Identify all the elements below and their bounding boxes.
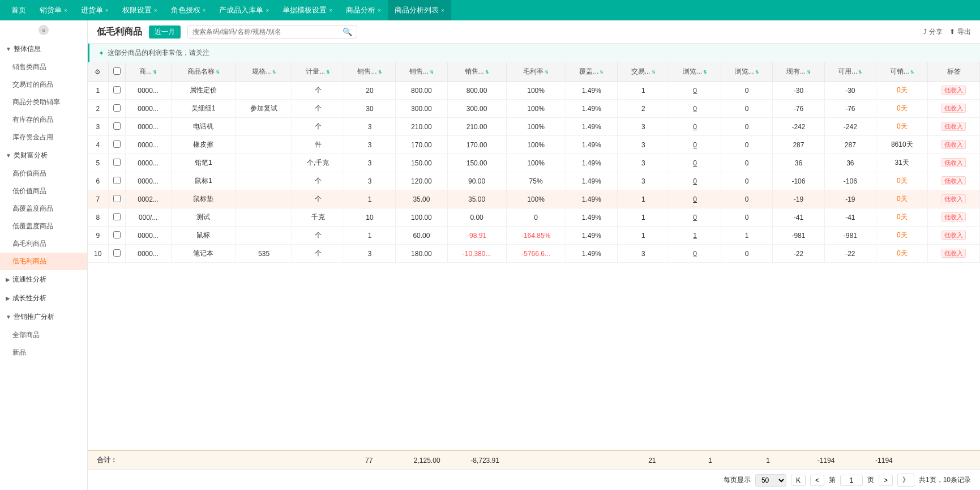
sort-icon-b2[interactable]: ⇅ bbox=[755, 70, 759, 75]
row-checkbox[interactable] bbox=[113, 104, 121, 112]
row-browse1[interactable]: 0 bbox=[669, 190, 721, 208]
col-checkbox[interactable] bbox=[108, 62, 125, 82]
row-sellable: 0天 bbox=[876, 118, 928, 136]
row-checkbox[interactable] bbox=[113, 195, 121, 202]
row-checkbox-cell[interactable] bbox=[108, 154, 125, 172]
table-footer: 合计： 77 2,125.00 -8,723.91 21 1 1 -1194 -… bbox=[88, 450, 980, 470]
first-page-btn[interactable]: K bbox=[791, 475, 806, 486]
row-checkbox[interactable] bbox=[113, 140, 121, 148]
row-browse1[interactable]: 0 bbox=[669, 208, 721, 227]
nav-product-analysis[interactable]: 商品分析 × bbox=[339, 0, 388, 20]
sidebar-item-high-value[interactable]: 高价值商品 bbox=[0, 165, 87, 182]
share-button[interactable]: ⤴ 分享 bbox=[923, 27, 943, 37]
row-checkbox-cell[interactable] bbox=[108, 100, 125, 118]
page-size-select[interactable]: 50 20 100 bbox=[755, 474, 786, 487]
row-checkbox-cell[interactable] bbox=[108, 190, 125, 208]
sort-icon-unit[interactable]: ⇅ bbox=[326, 70, 330, 75]
sort-icon-name[interactable]: ⇅ bbox=[216, 70, 220, 75]
row-checkbox-cell[interactable] bbox=[108, 208, 125, 227]
row-checkbox-cell[interactable] bbox=[108, 118, 125, 136]
sort-icon-s2[interactable]: ⇅ bbox=[430, 70, 434, 75]
close-role-tab[interactable]: × bbox=[203, 7, 206, 14]
period-button[interactable]: 近一月 bbox=[149, 25, 181, 39]
close-product-analysis-list-tab[interactable]: × bbox=[441, 7, 444, 14]
sort-icon-sell[interactable]: ⇅ bbox=[910, 70, 914, 75]
row-checkbox[interactable] bbox=[113, 213, 121, 220]
last-page-btn[interactable]: 》 bbox=[897, 474, 914, 487]
sidebar-group-flow[interactable]: ▶ 流通性分析 bbox=[0, 270, 87, 289]
close-permission-tab[interactable]: × bbox=[154, 7, 157, 14]
sidebar-item-traded-products[interactable]: 交易过的商品 bbox=[0, 76, 87, 93]
sidebar-group-overall[interactable]: ▼ 整体信息 bbox=[0, 40, 87, 58]
nav-template[interactable]: 单据模板设置 × bbox=[276, 0, 339, 20]
prev-page-btn[interactable]: < bbox=[810, 475, 824, 486]
row-checkbox[interactable] bbox=[113, 177, 121, 184]
sidebar-group-marketing[interactable]: ▼ 营销推广分析 bbox=[0, 308, 87, 326]
search-icon[interactable]: 🔍 bbox=[343, 27, 352, 36]
sort-icon-s1[interactable]: ⇅ bbox=[378, 70, 382, 75]
sort-icon-cov[interactable]: ⇅ bbox=[600, 70, 604, 75]
sidebar-item-category-assist[interactable]: 商品分类助销率 bbox=[0, 93, 87, 111]
sidebar-item-high-coverage[interactable]: 高覆盖度商品 bbox=[0, 200, 87, 218]
sidebar-item-capital-usage[interactable]: 库存资金占用 bbox=[0, 129, 87, 146]
row-browse1[interactable]: 0 bbox=[669, 136, 721, 154]
header-actions: ⤴ 分享 ⬆ 导出 bbox=[923, 27, 971, 37]
sort-icon-s3[interactable]: ⇅ bbox=[485, 70, 489, 75]
nav-product-analysis-list[interactable]: 商品分析列表 × bbox=[388, 0, 451, 20]
nav-purchase[interactable]: 进货单 × bbox=[74, 0, 115, 20]
row-checkbox-cell[interactable] bbox=[108, 245, 125, 263]
row-browse1[interactable]: 1 bbox=[669, 227, 721, 245]
sidebar-item-low-value[interactable]: 低价值商品 bbox=[0, 182, 87, 200]
sidebar-item-sales-products[interactable]: 销售类商品 bbox=[0, 58, 87, 76]
page-input[interactable] bbox=[840, 475, 863, 486]
close-purchase-tab[interactable]: × bbox=[105, 7, 109, 14]
sidebar-group-wealth[interactable]: ▼ 类财富分析 bbox=[0, 146, 87, 165]
search-input[interactable] bbox=[192, 28, 343, 36]
row-checkbox[interactable] bbox=[113, 249, 121, 257]
sort-icon-tx[interactable]: ⇅ bbox=[652, 70, 656, 75]
sort-icon-cur[interactable]: ⇅ bbox=[807, 70, 811, 75]
row-checkbox-cell[interactable] bbox=[108, 172, 125, 190]
col-settings[interactable]: ⚙ bbox=[88, 62, 108, 82]
select-all-checkbox[interactable] bbox=[113, 67, 121, 75]
collapse-sidebar-btn[interactable]: « bbox=[38, 25, 49, 35]
row-browse1[interactable]: 0 bbox=[669, 154, 721, 172]
row-checkbox[interactable] bbox=[113, 231, 121, 238]
sort-icon-spec[interactable]: ⇅ bbox=[272, 70, 276, 75]
close-product-analysis-tab[interactable]: × bbox=[378, 7, 381, 14]
nav-home[interactable]: 首页 bbox=[5, 0, 33, 20]
row-browse1[interactable]: 0 bbox=[669, 245, 721, 263]
nav-sales[interactable]: 销货单 × bbox=[33, 0, 74, 20]
sidebar-group-growth[interactable]: ▶ 成长性分析 bbox=[0, 289, 87, 308]
nav-product-warehouse[interactable]: 产成品入库单 × bbox=[212, 0, 276, 20]
next-page-btn[interactable]: > bbox=[879, 475, 893, 486]
sort-icon-gr[interactable]: ⇅ bbox=[545, 70, 549, 75]
sidebar-item-high-margin[interactable]: 高毛利商品 bbox=[0, 235, 87, 253]
sidebar-item-all-products[interactable]: 全部商品 bbox=[0, 326, 87, 344]
row-checkbox[interactable] bbox=[113, 159, 121, 166]
sidebar-item-new-products[interactable]: 新品 bbox=[0, 344, 87, 361]
nav-permission[interactable]: 权限设置 × bbox=[115, 0, 164, 20]
row-browse1[interactable]: 0 bbox=[669, 100, 721, 118]
close-product-warehouse-tab[interactable]: × bbox=[266, 7, 269, 14]
col-sales3: 销售...⇅ bbox=[447, 62, 506, 82]
row-checkbox-cell[interactable] bbox=[108, 227, 125, 245]
row-checkbox[interactable] bbox=[113, 122, 121, 130]
sort-icon-b1[interactable]: ⇅ bbox=[703, 70, 707, 75]
close-template-tab[interactable]: × bbox=[329, 7, 332, 14]
nav-role[interactable]: 角色授权 × bbox=[164, 0, 213, 20]
sort-icon[interactable]: ⇅ bbox=[153, 70, 157, 75]
sort-icon-avail[interactable]: ⇅ bbox=[858, 70, 862, 75]
sidebar-item-inventory-products[interactable]: 有库存的商品 bbox=[0, 111, 87, 129]
sidebar-item-low-coverage[interactable]: 低覆盖度商品 bbox=[0, 218, 87, 235]
export-button[interactable]: ⬆ 导出 bbox=[949, 27, 971, 37]
row-browse1[interactable]: 0 bbox=[669, 172, 721, 190]
row-sales2: 150.00 bbox=[396, 154, 447, 172]
row-browse1[interactable]: 0 bbox=[669, 118, 721, 136]
close-sales-tab[interactable]: × bbox=[64, 7, 67, 14]
sidebar-item-low-margin[interactable]: 低毛利商品 bbox=[0, 253, 87, 270]
row-checkbox-cell[interactable] bbox=[108, 82, 125, 100]
row-checkbox-cell[interactable] bbox=[108, 136, 125, 154]
row-browse1[interactable]: 0 bbox=[669, 82, 721, 100]
row-checkbox[interactable] bbox=[113, 86, 121, 93]
